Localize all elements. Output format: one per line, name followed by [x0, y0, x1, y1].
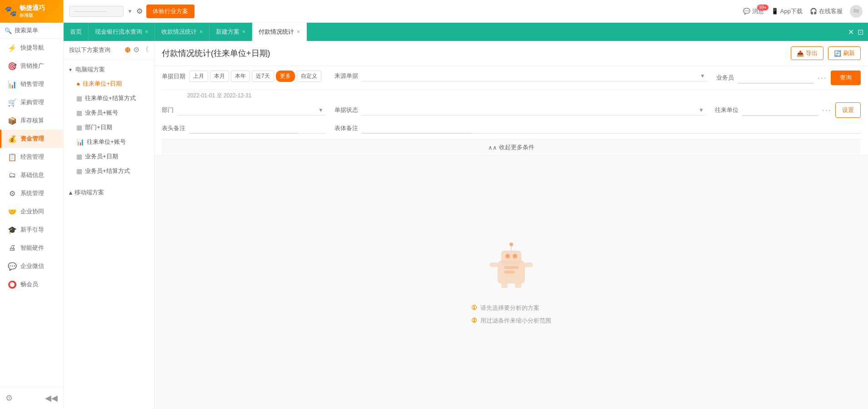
- tab-new-plan[interactable]: 新建方案 ×: [210, 23, 252, 41]
- export-label: 导出: [806, 49, 818, 57]
- app-name: 畅捷通巧: [20, 4, 45, 12]
- sidebar-label: 基础信息: [20, 171, 44, 179]
- step2-num: ②: [471, 317, 477, 324]
- expand-icon[interactable]: ⊡: [858, 28, 863, 36]
- plan-item-unit-date[interactable]: ● 往来单位+日期: [64, 76, 154, 91]
- robot-svg: [484, 238, 539, 293]
- panel-section-desktop-title[interactable]: ▼ 电脑端方案: [64, 63, 154, 76]
- marketing-icon: 🎯: [8, 61, 17, 71]
- collapse-more-btn[interactable]: ∧∧ 收起更多条件: [162, 139, 861, 155]
- sales-icon: 📊: [8, 80, 17, 89]
- status-select-wrapper: ▼: [362, 105, 706, 116]
- sidebar-item-guide[interactable]: 🎓 新手引导: [0, 221, 63, 239]
- sidebar-item-sales[interactable]: 📊 销售管理: [0, 75, 63, 93]
- sidebar-label: 企业协同: [20, 207, 44, 216]
- sidebar-label: 销售管理: [20, 80, 44, 88]
- plan-item-label: 往来单位+结算方式: [85, 94, 136, 102]
- plan-item-unit-account[interactable]: 📊 往来单位+账号: [64, 135, 154, 149]
- date-btn-more[interactable]: 更多: [276, 71, 295, 82]
- date-btn-custom[interactable]: 自定义: [297, 71, 321, 82]
- panel-section-mobile-title[interactable]: ▶ 移动端方案: [64, 186, 154, 199]
- sidebar-item-wechat[interactable]: 💬 企业微信: [0, 257, 63, 275]
- svg-rect-10: [504, 266, 519, 269]
- mobile-arrow-icon: ▶: [68, 191, 73, 194]
- sidebar-item-operations[interactable]: 📋 经营管理: [0, 148, 63, 166]
- tab-receipts-close[interactable]: ×: [200, 29, 203, 35]
- staff-more-icon[interactable]: ···: [818, 73, 827, 83]
- tab-bank[interactable]: 现金银行流水查询 ×: [89, 23, 155, 41]
- partner-more-icon[interactable]: ···: [822, 106, 832, 115]
- body-note-label: 表体备注: [334, 124, 358, 132]
- online-service-item[interactable]: 🎧 在线客服: [810, 7, 843, 15]
- date-btn-last-month[interactable]: 上月: [189, 71, 208, 82]
- status-select[interactable]: [362, 105, 706, 115]
- messages-item[interactable]: 💬 消息 99+: [743, 7, 764, 15]
- sidebar-item-quick-nav[interactable]: ⚡ 快捷导航: [0, 39, 63, 57]
- query-button[interactable]: 查询: [831, 71, 861, 85]
- plan-item-unit-settlement[interactable]: ▦ 往来单位+结算方式: [64, 91, 154, 106]
- plan-item-staff-date[interactable]: ▦ 业务员+日期: [64, 149, 154, 164]
- add-plan-icon[interactable]: ⊕: [125, 45, 130, 54]
- sidebar-item-purchase[interactable]: 🛒 采购管理: [0, 93, 63, 111]
- partner-input[interactable]: [742, 105, 818, 116]
- tab-payment-close[interactable]: ×: [297, 29, 300, 35]
- refresh-icon: 🔄: [834, 50, 841, 57]
- sidebar-search[interactable]: 🔍 搜索菜单: [0, 23, 63, 39]
- industry-btn[interactable]: 体验行业方案: [146, 5, 195, 18]
- partner-filter-label: 往来单位: [715, 106, 738, 114]
- sidebar-logo: 🐾 畅捷通巧 标准版: [0, 0, 63, 23]
- app-version: 标准版: [20, 12, 45, 19]
- svg-point-3: [513, 254, 517, 258]
- close-all-icon[interactable]: ✕: [848, 28, 854, 36]
- tab-new-plan-close[interactable]: ×: [242, 29, 245, 35]
- sidebar: 🐾 畅捷通巧 标准版 🔍 搜索菜单 ⚡ 快捷导航 🎯 营销推广 📊 销售管理 🛒…: [0, 0, 64, 409]
- tab-receipts[interactable]: 收款情况统计 ×: [155, 23, 210, 41]
- step1-num: ①: [471, 304, 477, 311]
- source-select[interactable]: [362, 71, 707, 81]
- collapse-panel-icon[interactable]: 《: [142, 45, 149, 54]
- tab-bank-close[interactable]: ×: [145, 29, 148, 35]
- step2-text: 用过滤条件来缩小分析范围: [480, 317, 551, 324]
- sidebar-item-basic[interactable]: 🗂 基础信息: [0, 166, 63, 184]
- refresh-button[interactable]: 🔄 刷新: [828, 46, 861, 60]
- plan-icon: ▦: [76, 109, 82, 116]
- tab-payment[interactable]: 付款情况统计 ×: [252, 23, 307, 41]
- sidebar-item-hardware[interactable]: 🖨 智能硬件: [0, 239, 63, 257]
- sidebar-item-capital[interactable]: 💰 资金管理: [0, 130, 63, 148]
- sidebar-item-inventory[interactable]: 📦 库存核算: [0, 111, 63, 130]
- setting-button[interactable]: 设置: [835, 102, 861, 118]
- empty-text: ① 请先选择要分析的方案 ② 用过滤条件来缩小分析范围: [471, 301, 552, 327]
- svg-rect-9: [524, 263, 533, 267]
- sidebar-item-marketing[interactable]: 🎯 营销推广: [0, 57, 63, 75]
- settings-icon[interactable]: ⚙: [5, 393, 13, 403]
- collapse-sidebar-icon[interactable]: ◀◀: [45, 393, 58, 403]
- sidebar-item-member[interactable]: ⭕ 畅会员: [0, 275, 63, 293]
- topbar-gear-icon[interactable]: ⚙: [136, 7, 143, 15]
- header-note-wrapper: [189, 122, 325, 134]
- sidebar-item-cooperation[interactable]: 🤝 企业协同: [0, 202, 63, 221]
- settings-plan-icon[interactable]: ⚙: [133, 45, 140, 54]
- user-avatar[interactable]: Rit: [850, 5, 863, 18]
- plan-item-label: 业务员+日期: [85, 152, 118, 161]
- staff-input[interactable]: [738, 72, 814, 83]
- topbar-right: 💬 消息 99+ 📱 App下载 🎧 在线客服 Rit: [743, 5, 863, 18]
- sidebar-item-system[interactable]: ⚙ 系统管理: [0, 184, 63, 202]
- tabbar-actions: ✕ ⊡: [843, 23, 868, 41]
- dept-select[interactable]: [177, 105, 325, 115]
- body-note-input[interactable]: [362, 122, 471, 133]
- plan-item-dept-date[interactable]: ▦ 部门+日期: [64, 120, 154, 135]
- date-btn-7days[interactable]: 近7天: [252, 71, 274, 82]
- dropdown-arrow-icon[interactable]: ▼: [127, 8, 133, 15]
- svg-rect-6: [501, 283, 508, 288]
- tab-new-plan-label: 新建方案: [216, 28, 239, 36]
- date-btn-this-month[interactable]: 本月: [210, 71, 229, 82]
- header-note-input[interactable]: [189, 122, 298, 133]
- headset-icon: 🎧: [810, 8, 817, 15]
- date-btn-this-year[interactable]: 本年: [231, 71, 250, 82]
- app-download-item[interactable]: 📱 App下载: [771, 7, 803, 15]
- export-button[interactable]: 📤 导出: [791, 46, 823, 60]
- tab-home[interactable]: 首页: [64, 23, 89, 41]
- plan-item-staff-account[interactable]: ▦ 业务员+账号: [64, 106, 154, 120]
- plan-item-staff-settlement[interactable]: ▦ 业务员+结算方式: [64, 164, 154, 178]
- sidebar-label: 采购管理: [20, 98, 44, 106]
